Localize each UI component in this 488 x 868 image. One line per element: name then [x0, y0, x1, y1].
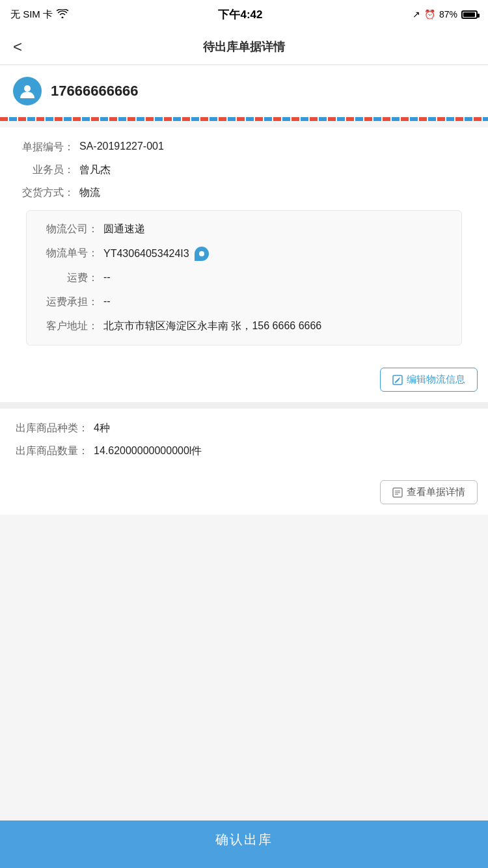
battery-icon	[461, 10, 478, 19]
alarm-icon: ⏰	[424, 9, 435, 20]
user-header: 17666666666	[0, 65, 488, 117]
page-title: 待出库单据详情	[203, 39, 285, 55]
status-time: 下午4:42	[218, 7, 262, 22]
view-btn-row: 查看单据详情	[0, 471, 488, 515]
logistics-tracking-value: YT43064053424I3	[103, 247, 448, 261]
document-number-row: 单据编号： SA-20191227-001	[16, 141, 472, 154]
edit-icon	[392, 375, 403, 385]
delivery-value: 物流	[79, 186, 472, 200]
edit-btn-row: 编辑物流信息	[0, 359, 488, 402]
goods-quantity-row: 出库商品数量： 14.62000000000000l件	[16, 444, 472, 458]
delivery-label: 交货方式：	[16, 186, 74, 200]
logistics-tracking-label: 物流单号：	[40, 247, 98, 260]
status-right: ↗ ⏰ 87%	[413, 9, 478, 20]
address-value: 北京市市辖区海淀区永丰南 张，156 6666 6666	[103, 319, 448, 333]
edit-logistics-button[interactable]: 编辑物流信息	[380, 368, 478, 392]
delivery-row: 交货方式： 物流	[16, 186, 472, 200]
freight-row: 运费： --	[40, 271, 448, 285]
freight-value: --	[103, 271, 448, 283]
goods-types-row: 出库商品种类： 4种	[16, 422, 472, 435]
user-phone: 17666666666	[51, 83, 139, 100]
dashed-separator	[0, 117, 488, 121]
tracking-location-icon[interactable]	[191, 243, 211, 264]
back-button[interactable]: <	[13, 38, 22, 56]
confirm-button[interactable]: 确认出库	[215, 831, 273, 848]
battery-percent: 87%	[439, 9, 457, 20]
status-left: 无 SIM 卡	[10, 8, 68, 21]
salesman-value: 曾凡杰	[79, 163, 472, 177]
section-divider	[0, 402, 488, 409]
carrier-text: 无 SIM 卡	[10, 8, 53, 21]
content-spacer	[0, 515, 488, 645]
freight-label: 运费：	[40, 271, 98, 285]
salesman-row: 业务员： 曾凡杰	[16, 163, 472, 177]
document-info-section: 单据编号： SA-20191227-001 业务员： 曾凡杰 交货方式： 物流 …	[0, 128, 488, 359]
freight-bearer-row: 运费承担： --	[40, 295, 448, 309]
freight-bearer-value: --	[103, 295, 448, 307]
address-row: 客户地址： 北京市市辖区海淀区永丰南 张，156 6666 6666	[40, 319, 448, 333]
logistics-company-row: 物流公司： 圆通速递	[40, 223, 448, 236]
logistics-company-value: 圆通速递	[103, 223, 448, 236]
document-number-value: SA-20191227-001	[79, 141, 472, 152]
address-label: 客户地址：	[40, 319, 98, 333]
logistics-company-label: 物流公司：	[40, 223, 98, 236]
goods-section: 出库商品种类： 4种 出库商品数量： 14.62000000000000l件	[0, 409, 488, 471]
nav-bar: < 待出库单据详情	[0, 29, 488, 65]
list-icon	[392, 487, 403, 498]
confirm-btn-wrapper: 确认出库	[0, 821, 488, 868]
goods-types-label: 出库商品种类：	[16, 422, 88, 435]
avatar	[13, 77, 42, 105]
logistics-card: 物流公司： 圆通速递 物流单号： YT43064053424I3 运费： -- …	[26, 210, 462, 346]
freight-bearer-label: 运费承担：	[40, 295, 98, 309]
status-bar: 无 SIM 卡 下午4:42 ↗ ⏰ 87%	[0, 0, 488, 29]
salesman-label: 业务员：	[16, 163, 74, 177]
document-number-label: 单据编号：	[16, 141, 74, 154]
goods-types-value: 4种	[94, 422, 110, 435]
logistics-tracking-row: 物流单号： YT43064053424I3	[40, 247, 448, 261]
view-details-button[interactable]: 查看单据详情	[380, 480, 478, 504]
location-icon: ↗	[413, 9, 420, 20]
svg-point-0	[24, 85, 31, 92]
wifi-icon	[57, 9, 68, 20]
goods-quantity-label: 出库商品数量：	[16, 444, 88, 458]
goods-quantity-value: 14.62000000000000l件	[94, 444, 202, 458]
